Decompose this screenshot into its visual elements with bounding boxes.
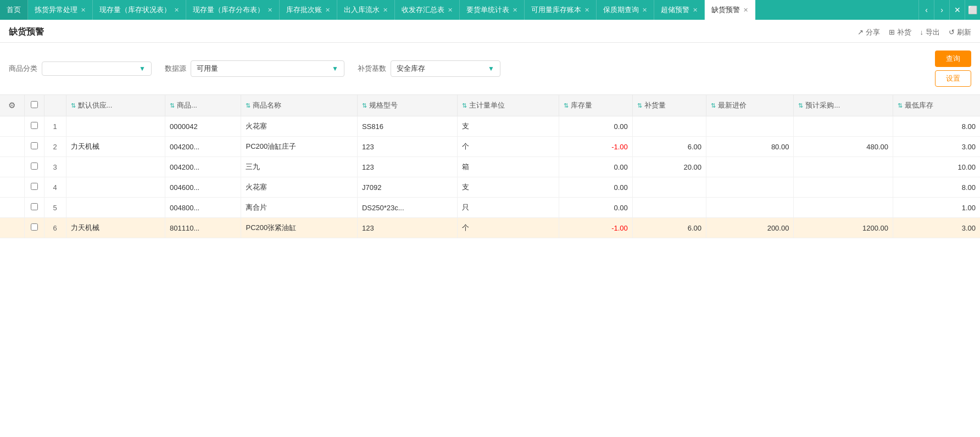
row-checkbox[interactable] — [31, 203, 38, 210]
tab-demand-stats[interactable]: 要货单统计表 ✕ — [460, 0, 525, 20]
tab-collect-summary-close[interactable]: ✕ — [448, 7, 453, 14]
row-supplier — [66, 177, 165, 198]
row-goods-name: PC200油缸庄子 — [241, 137, 357, 157]
row-goods-name: 火花塞 — [241, 177, 357, 198]
row-spec: J7092 — [357, 177, 457, 198]
row-goods-code: 004200... — [165, 137, 241, 157]
row-stock-qty: -1.00 — [559, 137, 632, 157]
tab-batch-account[interactable]: 库存批次账 ✕ — [280, 0, 337, 20]
row-supplier — [66, 198, 165, 218]
row-seq: 2 — [44, 137, 66, 157]
row-checkbox[interactable] — [31, 142, 38, 149]
tab-available-ledger-close[interactable]: ✕ — [584, 7, 589, 14]
row-gear-cell — [0, 116, 24, 137]
header-actions: ↗ 分享 ⊞ 补货 ↓ 导出 ↺ 刷新 — [858, 27, 972, 37]
row-stock-qty: 0.00 — [559, 177, 632, 198]
row-gear-cell — [0, 198, 24, 218]
row-est-purchase — [794, 157, 893, 177]
share-action[interactable]: ↗ 分享 — [858, 27, 880, 37]
tab-home[interactable]: 首页 — [0, 0, 28, 20]
row-replenish-qty — [632, 177, 706, 198]
col-stock-qty: ⇅ 库存量 — [559, 95, 632, 116]
row-est-purchase — [794, 198, 893, 218]
col-spec-label: 规格型号 — [369, 100, 398, 110]
row-spec: 123 — [357, 137, 457, 157]
tab-bar: 首页 拣货异常处理 ✕ 现存量（库存状况表） ✕ 现存量（库存分布表） ✕ 库存… — [0, 0, 980, 20]
tab-expiry-query-close[interactable]: ✕ — [642, 7, 647, 14]
replenish-action[interactable]: ⊞ 补货 — [889, 27, 911, 37]
tab-inventory-status-close[interactable]: ✕ — [174, 7, 179, 14]
row-replenish-qty: 6.00 — [632, 218, 706, 238]
sort-name-icon: ⇅ — [246, 102, 250, 109]
row-unit: 只 — [457, 198, 559, 218]
row-checkbox[interactable] — [31, 122, 38, 129]
tab-expiry-query-label: 保质期查询 — [603, 5, 639, 15]
settings-gear-icon[interactable]: ⚙ — [8, 100, 15, 110]
tab-prev-button[interactable]: ‹ — [918, 0, 934, 20]
table-header-row: ⚙ ⇅ 默认供应... ⇅ 商 — [0, 95, 980, 116]
tab-maximize-button[interactable]: ⬜ — [965, 0, 980, 20]
tab-inventory-dist-close[interactable]: ✕ — [268, 7, 272, 14]
col-goods-code: ⇅ 商品... — [165, 95, 241, 116]
row-latest-price: 80.00 — [706, 137, 793, 157]
tab-inventory-status[interactable]: 现存量（库存状况表） ✕ — [93, 0, 186, 20]
tab-exception-close[interactable]: ✕ — [81, 7, 86, 14]
tab-overstock[interactable]: 超储预警 ✕ — [654, 0, 705, 20]
tab-collect-summary[interactable]: 收发存汇总表 ✕ — [395, 0, 460, 20]
refresh-action[interactable]: ↺ 刷新 — [949, 27, 971, 37]
tab-controls: ‹ › ✕ ⬜ — [918, 0, 980, 20]
query-button[interactable]: 查询 — [935, 51, 971, 67]
tab-overstock-label: 超储预警 — [661, 5, 689, 15]
row-seq: 5 — [44, 198, 66, 218]
tab-inout-flow-close[interactable]: ✕ — [383, 7, 388, 14]
tab-available-ledger[interactable]: 可用量库存账本 ✕ — [525, 0, 597, 20]
row-goods-name: 离合片 — [241, 198, 357, 218]
row-checkbox[interactable] — [31, 223, 38, 231]
row-unit: 个 — [457, 218, 559, 238]
col-spec: ⇅ 规格型号 — [357, 95, 457, 116]
col-latest-price: ⇅ 最新进价 — [706, 95, 793, 116]
row-gear-cell — [0, 157, 24, 177]
col-seq — [44, 95, 66, 116]
sort-price-icon: ⇅ — [711, 102, 716, 109]
replenish-base-select[interactable]: 安全库存 ▼ — [391, 60, 500, 77]
category-select[interactable]: ▼ — [42, 61, 152, 76]
row-gear-cell — [0, 177, 24, 198]
tab-expiry-query[interactable]: 保质期查询 ✕ — [597, 0, 654, 20]
export-action[interactable]: ↓ 导出 — [920, 27, 940, 37]
tab-shortage-close[interactable]: ✕ — [743, 7, 748, 14]
col-est-label: 预计采购... — [805, 100, 840, 110]
row-stock-qty: 0.00 — [559, 157, 632, 177]
row-unit: 支 — [457, 116, 559, 137]
select-all-checkbox[interactable] — [31, 101, 38, 108]
col-code-label: 商品... — [177, 100, 197, 110]
tab-inout-flow[interactable]: 出入库流水 ✕ — [337, 0, 395, 20]
col-gear: ⚙ — [0, 95, 24, 116]
sort-supplier-icon: ⇅ — [71, 102, 76, 109]
row-min-stock: 1.00 — [893, 198, 980, 218]
tab-close-window-button[interactable]: ✕ — [949, 0, 965, 20]
tab-overstock-close[interactable]: ✕ — [693, 7, 698, 14]
tab-batch-account-close[interactable]: ✕ — [325, 7, 330, 14]
col-goods-name: ⇅ 商品名称 — [241, 95, 357, 116]
row-min-stock: 3.00 — [893, 137, 980, 157]
row-est-purchase: 1200.00 — [794, 218, 893, 238]
sort-stock-icon: ⇅ — [564, 102, 569, 109]
tab-shortage[interactable]: 缺货预警 ✕ — [705, 0, 755, 20]
row-checkbox[interactable] — [31, 183, 38, 190]
replenish-chevron-icon: ▼ — [488, 65, 494, 72]
tab-shortage-label: 缺货预警 — [711, 5, 740, 15]
tab-next-button[interactable]: › — [934, 0, 949, 20]
row-replenish-qty: 6.00 — [632, 137, 706, 157]
row-checkbox[interactable] — [31, 163, 38, 170]
refresh-label: 刷新 — [957, 27, 971, 37]
col-supplier-label: 默认供应... — [78, 100, 113, 110]
settings-button[interactable]: 设置 — [935, 70, 971, 87]
table-row: 4 004600... 火花塞 J7092 支 0.00 8.00 — [0, 177, 980, 198]
tab-exception[interactable]: 拣货异常处理 ✕ — [28, 0, 93, 20]
page-header: 缺货预警 ↗ 分享 ⊞ 补货 ↓ 导出 ↺ 刷新 — [0, 20, 980, 43]
tab-inventory-dist[interactable]: 现存量（库存分布表） ✕ — [186, 0, 280, 20]
row-replenish-qty: 20.00 — [632, 157, 706, 177]
tab-demand-stats-close[interactable]: ✕ — [513, 7, 517, 14]
datasource-select[interactable]: 可用量 ▼ — [191, 60, 344, 77]
